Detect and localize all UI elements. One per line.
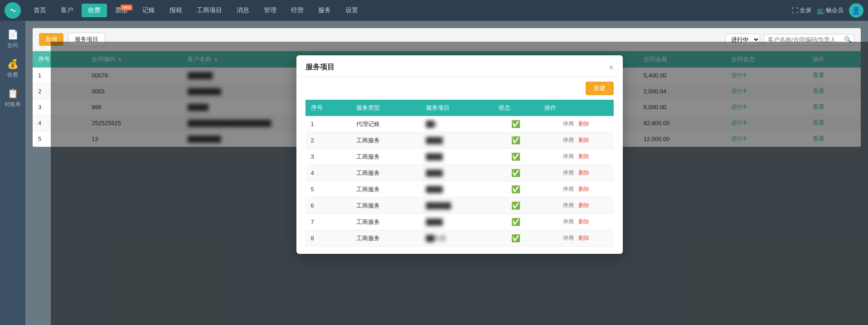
sidebar-contract-label: 合同 [7, 42, 18, 49]
list-item: 6 工商服务 ██████ ✅ 停用 删除 [305, 198, 614, 214]
modal-header-row: 序号 服务类型 服务项目 状态 操作 [305, 100, 614, 116]
list-item: 4 工商服务 ████ ✅ 停用 删除 [305, 165, 614, 181]
delete-button[interactable]: 删除 [578, 170, 589, 176]
modal-cell-project: ██1 [421, 116, 493, 132]
stop-button[interactable]: 停用 [563, 186, 574, 192]
fullscreen-icon: ⛶ [792, 7, 798, 14]
modal-toolbar: 新建 [296, 77, 623, 100]
list-item: 2 工商服务 ████ ✅ 停用 删除 [305, 132, 614, 149]
modal-cell-status: ✅ [493, 116, 539, 132]
status-check-icon: ✅ [511, 153, 520, 160]
status-check-icon: ✅ [511, 169, 520, 177]
modal-cell-type: 工商服务 [351, 230, 420, 247]
status-check-icon: ✅ [511, 234, 520, 242]
stop-button[interactable]: 停用 [563, 202, 574, 209]
modal-cell-project: ████ [421, 181, 493, 198]
modal-cell-seq: 2 [305, 132, 351, 149]
service-table: 序号 服务类型 服务项目 状态 操作 1 代理记账 ██1 ✅ 停用 删除 2 … [305, 100, 614, 247]
member-label[interactable]: 📺 畅会员 [817, 6, 844, 15]
modal-cell-project: ██注册 [421, 230, 493, 247]
list-item: 1 代理记账 ██1 ✅ 停用 删除 [305, 116, 614, 132]
delete-button[interactable]: 删除 [578, 186, 589, 192]
modal-cell-status: ✅ [493, 214, 539, 230]
modal-cell-type: 工商服务 [351, 165, 420, 181]
nav-home[interactable]: 首页 [27, 4, 53, 17]
stop-button[interactable]: 停用 [563, 218, 574, 225]
list-item: 3 工商服务 ████ ✅ 停用 删除 [305, 149, 614, 165]
modal-cell-type: 代理记账 [351, 116, 420, 132]
delete-button[interactable]: 删除 [578, 202, 589, 209]
delete-button[interactable]: 删除 [578, 121, 589, 127]
nav-message[interactable]: 消息 [230, 4, 256, 17]
modal-cell-type: 工商服务 [351, 149, 420, 165]
nav-operation[interactable]: 经营 [285, 4, 310, 17]
stop-button[interactable]: 停用 [563, 121, 574, 127]
new-badge: new [121, 5, 132, 10]
status-check-icon: ✅ [511, 120, 520, 128]
status-check-icon: ✅ [511, 136, 520, 144]
modal-cell-seq: 3 [305, 149, 351, 165]
modal-cell-status: ✅ [493, 132, 539, 149]
modal-cell-status: ✅ [493, 198, 539, 214]
sidebar-reconcile-label: 对账单 [5, 101, 21, 108]
modal-close-button[interactable]: × [609, 63, 614, 72]
list-item: 5 工商服务 ████ ✅ 停用 删除 [305, 181, 614, 198]
modal-cell-seq: 1 [305, 116, 351, 132]
modal-body: 序号 服务类型 服务项目 状态 操作 1 代理记账 ██1 ✅ 停用 删除 2 … [296, 100, 623, 254]
modal-cell-project: ██████ [421, 198, 493, 214]
modal-cell-action[interactable]: 停用 删除 [539, 198, 614, 214]
fullscreen-label[interactable]: ⛶ 全屏 [792, 6, 811, 15]
modal-cell-project: ████ [421, 132, 493, 149]
modal-col-status: 状态 [493, 100, 539, 116]
sidebar-item-fee[interactable]: 💰 收费 [1, 55, 24, 82]
member-icon: 📺 [817, 7, 824, 14]
delete-button[interactable]: 删除 [578, 137, 589, 143]
nav-ticket[interactable]: 票据 new [109, 4, 134, 17]
modal-cell-action[interactable]: 停用 删除 [539, 181, 614, 198]
modal-cell-type: 工商服务 [351, 214, 420, 230]
status-check-icon: ✅ [511, 202, 520, 209]
nav-bookkeeping[interactable]: 记账 [136, 4, 161, 17]
modal-cell-type: 工商服务 [351, 181, 420, 198]
stop-button[interactable]: 停用 [563, 235, 574, 241]
stop-button[interactable]: 停用 [563, 170, 574, 176]
list-item: 8 工商服务 ██注册 ✅ 停用 删除 [305, 230, 614, 247]
nav-manage[interactable]: 管理 [257, 4, 283, 17]
list-item: 7 工商服务 ████ ✅ 停用 删除 [305, 214, 614, 230]
sidebar-fee-label: 收费 [7, 71, 18, 79]
avatar[interactable]: 👤 [849, 3, 863, 18]
modal-cell-action[interactable]: 停用 删除 [539, 132, 614, 149]
modal-cell-action[interactable]: 停用 删除 [539, 214, 614, 230]
delete-button[interactable]: 删除 [578, 235, 589, 241]
stop-button[interactable]: 停用 [563, 153, 574, 160]
fee-icon: 💰 [7, 58, 19, 69]
stop-button[interactable]: 停用 [563, 137, 574, 143]
service-modal: 服务项目 × 新建 序号 服务类型 服务项目 状态 操作 [296, 55, 623, 254]
modal-cell-seq: 4 [305, 165, 351, 181]
nav-business[interactable]: 工商项目 [190, 4, 228, 17]
logo [5, 2, 21, 19]
nav-settings[interactable]: 设置 [339, 4, 364, 17]
delete-button[interactable]: 删除 [578, 218, 589, 225]
modal-cell-project: ████ [421, 149, 493, 165]
modal-header: 服务项目 × [296, 55, 623, 77]
modal-cell-seq: 5 [305, 181, 351, 198]
sidebar-item-reconcile[interactable]: 📋 对账单 [1, 84, 24, 112]
nav-fee[interactable]: 收费 [82, 4, 107, 17]
modal-cell-action[interactable]: 停用 删除 [539, 165, 614, 181]
modal-cell-status: ✅ [493, 181, 539, 198]
modal-cell-action[interactable]: 停用 删除 [539, 116, 614, 132]
modal-col-action: 操作 [539, 100, 614, 116]
modal-new-button[interactable]: 新建 [586, 82, 614, 95]
nav-customer[interactable]: 客户 [54, 4, 80, 17]
modal-cell-project: ████ [421, 165, 493, 181]
delete-button[interactable]: 删除 [578, 153, 589, 160]
modal-cell-action[interactable]: 停用 删除 [539, 149, 614, 165]
nav-tax[interactable]: 报税 [163, 4, 189, 17]
sidebar-item-contract[interactable]: 📄 合同 [1, 25, 24, 53]
nav-service[interactable]: 服务 [312, 4, 337, 17]
modal-col-project: 服务项目 [421, 100, 493, 116]
modal-cell-status: ✅ [493, 230, 539, 247]
modal-cell-action[interactable]: 停用 删除 [539, 230, 614, 247]
contract-icon: 📄 [7, 29, 19, 40]
